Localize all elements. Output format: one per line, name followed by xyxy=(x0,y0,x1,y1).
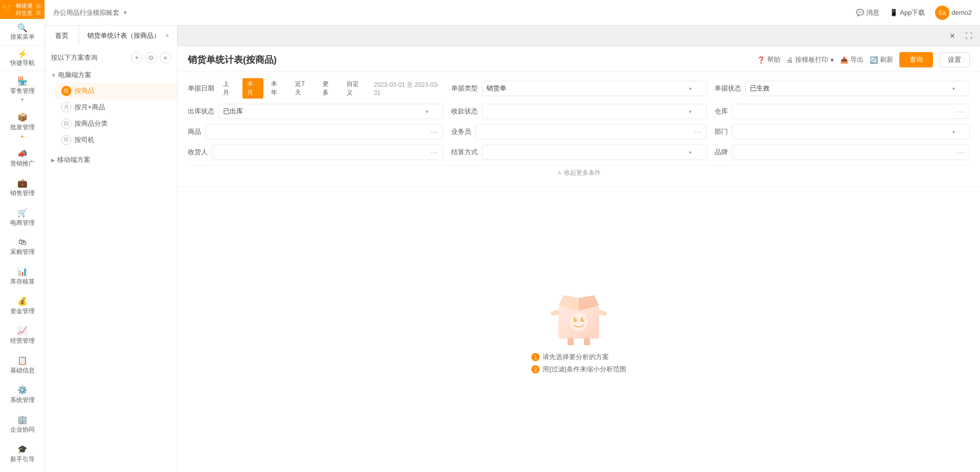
scheme-by-driver[interactable]: 司 按司机 xyxy=(55,132,177,148)
page-title-bar: 销货单统计表(按商品) ❓ 帮助 🖨 按模板打印 ▾ 📤 导出 xyxy=(178,46,980,72)
empty-step-1: 1 请先选择要分析的方案 xyxy=(531,352,626,362)
scheme-by-month-product[interactable]: 月 按月+商品 xyxy=(55,99,177,115)
sidebar-item-finance[interactable]: 💰 资金管理 xyxy=(0,291,44,321)
scheme-label-driver: 按司机 xyxy=(75,135,94,145)
doc-status-select[interactable]: 已生效 ▾ xyxy=(745,81,970,96)
settings-btn[interactable]: 设置 xyxy=(939,52,970,67)
empty-state: 1 请先选择要分析的方案 2 用[过滤]条件来缩小分析范围 xyxy=(178,187,980,472)
tab-active[interactable]: 销货单统计表（按商品） × xyxy=(79,26,178,46)
scheme-by-product[interactable]: 按 按商品 xyxy=(55,83,177,99)
filter-date: 单据日期 上月 本月 本年 近7天 更多 自定义 2023-03-01 至 20… xyxy=(188,78,443,99)
salesperson-input[interactable]: ··· xyxy=(475,124,706,139)
collapse-conditions-btn[interactable]: ∧ 收起更多条件 xyxy=(188,165,970,180)
search-menu[interactable]: 🔍 搜索菜单 xyxy=(0,19,44,46)
receiver-dots[interactable]: ··· xyxy=(431,148,438,156)
svg-point-6 xyxy=(576,318,577,320)
user-menu[interactable]: Ea demo2 xyxy=(935,6,972,20)
left-panel: 按以下方案查询 + ⊙ « ▼ 电脑端方案 按 按商品 月 按月+ xyxy=(45,46,178,472)
payment-method-label: 结算方式 xyxy=(451,148,478,157)
date-btn-more[interactable]: 更多 xyxy=(318,78,339,99)
receiver-label: 收货人 xyxy=(188,148,208,157)
out-status-arrow-icon: ▾ xyxy=(426,109,428,114)
refresh-btn[interactable]: 🔄 刷新 xyxy=(870,55,893,64)
copy-scheme-btn[interactable]: ⊙ xyxy=(145,52,157,63)
brand-dots[interactable]: ··· xyxy=(958,148,965,156)
svg-rect-10 xyxy=(550,310,559,316)
doc-status-label: 单据状态 xyxy=(715,84,741,93)
scheme-icon-month: 月 xyxy=(61,102,71,112)
warehouse-control: ··· xyxy=(732,104,970,119)
tab-close-icon[interactable]: × xyxy=(165,32,169,39)
sidebar-item-purchase[interactable]: 🛍 采购管理 xyxy=(0,232,44,262)
step-1-icon: 1 xyxy=(531,353,540,361)
sidebar-item-guide[interactable]: 🎓 新手引导 xyxy=(0,439,44,469)
filter-row-4: 收货人 ··· 结算方式 ▾ xyxy=(188,145,970,160)
help-btn[interactable]: ❓ 帮助 xyxy=(757,55,780,64)
sidebar-item-inventory[interactable]: 📊 库存核算 xyxy=(0,262,44,291)
sidebar-item-basic[interactable]: 📋 基础信息 xyxy=(0,350,44,380)
warehouse-input[interactable]: ··· xyxy=(732,104,970,119)
receiver-input[interactable]: ··· xyxy=(212,145,443,160)
sidebar-item-system[interactable]: ⚙️ 系统管理 xyxy=(0,380,44,410)
product-dots[interactable]: ··· xyxy=(431,128,438,136)
quick-nav[interactable]: ⚡ 快捷导航 xyxy=(0,46,44,71)
receiver-control: ··· xyxy=(212,145,443,160)
doc-type-label: 单据类型 xyxy=(451,84,478,93)
payment-status-select[interactable]: ▾ xyxy=(482,104,706,119)
sidebar-item-marketing[interactable]: 📣 营销推广 xyxy=(0,144,44,173)
date-btn-this-month[interactable]: 本月 xyxy=(242,78,263,99)
refresh-icon: 🔄 xyxy=(870,56,878,64)
department-select[interactable]: ▾ xyxy=(732,124,970,139)
sidebar-item-sales[interactable]: 💼 销售管理 xyxy=(0,173,44,203)
date-btn-custom[interactable]: 自定义 xyxy=(342,78,369,99)
tab-expand-btn[interactable]: ⛶ xyxy=(962,29,976,43)
top-header: 办公用品行业模拟账套 ▾ 💬 消息 📱 App下载 Ea demo2 xyxy=(45,0,980,26)
filter-receiver: 收货人 ··· xyxy=(188,145,443,160)
warehouse-label: 仓库 xyxy=(715,107,728,116)
tab-home[interactable]: 首页 xyxy=(45,26,79,46)
sidebar-item-enterprise[interactable]: 🏢 企业协同 xyxy=(0,410,44,439)
query-btn[interactable]: 查询 xyxy=(899,52,933,67)
scheme-by-category[interactable]: 回 按商品分类 xyxy=(55,115,177,132)
sidebar-item-wholesale[interactable]: 📦 批发管理 ▴ xyxy=(0,107,44,144)
user-avatar: Ea xyxy=(935,6,949,20)
sidebar-item-retail[interactable]: 🏪 零售管理 ▾ xyxy=(0,71,44,107)
panel-actions: + ⊙ « xyxy=(131,52,171,63)
filter-doc-type: 单据类型 销货单 ▾ xyxy=(451,81,706,96)
sidebar-item-ecommerce[interactable]: 🛒 电商管理 xyxy=(0,203,44,232)
filter-payment-method: 结算方式 ▾ xyxy=(451,145,706,160)
payment-method-select[interactable]: ▾ xyxy=(482,145,706,160)
add-scheme-btn[interactable]: + xyxy=(131,52,142,63)
date-btn-7days[interactable]: 近7天 xyxy=(290,78,314,99)
page-title: 销货单统计表(按商品) xyxy=(188,54,277,66)
scheme-label-month: 按月+商品 xyxy=(75,103,105,112)
print-btn[interactable]: 🖨 按模板打印 ▾ xyxy=(787,55,834,64)
mobile-section-label: 移动端方案 xyxy=(57,155,90,164)
brand-input[interactable]: ··· xyxy=(732,145,970,160)
tree-children: 按 按商品 月 按月+商品 回 按商品分类 司 按司机 xyxy=(45,83,177,148)
salesperson-dots[interactable]: ··· xyxy=(694,128,702,136)
product-input[interactable]: ··· xyxy=(205,124,443,139)
product-control: ··· xyxy=(205,124,443,139)
sidebar-item-apps[interactable]: 🔲 应用中心 xyxy=(0,469,44,472)
out-status-select[interactable]: 已出库 ▾ xyxy=(218,104,443,119)
app-download-btn[interactable]: 📱 App下载 xyxy=(890,8,925,17)
message-btn[interactable]: 💬 消息 xyxy=(856,8,879,17)
doc-type-select[interactable]: 销货单 ▾ xyxy=(482,81,706,96)
svg-point-5 xyxy=(580,317,584,322)
filter-product: 商品 ··· xyxy=(188,124,443,139)
date-btn-this-year[interactable]: 本年 xyxy=(266,78,287,99)
salesperson-control: ··· xyxy=(475,124,706,139)
filter-salesperson: 业务员 ··· xyxy=(451,124,706,139)
tab-minimize-btn[interactable]: ✕ xyxy=(945,29,960,43)
warehouse-dots[interactable]: ··· xyxy=(958,107,965,115)
header-dropdown-icon[interactable]: ▾ xyxy=(124,9,127,16)
filter-doc-status: 单据状态 已生效 ▾ xyxy=(715,81,970,96)
export-btn[interactable]: 📤 导出 xyxy=(840,55,864,64)
collapse-panel-btn[interactable]: « xyxy=(160,52,171,63)
sidebar-item-operations[interactable]: 📈 经营管理 xyxy=(0,321,44,350)
date-btn-last-month[interactable]: 上月 xyxy=(218,78,239,99)
empty-text: 1 请先选择要分析的方案 2 用[过滤]条件来缩小分析范围 xyxy=(531,352,626,374)
doc-type-arrow-icon: ▾ xyxy=(689,86,692,91)
print-icon: 🖨 xyxy=(787,56,793,64)
